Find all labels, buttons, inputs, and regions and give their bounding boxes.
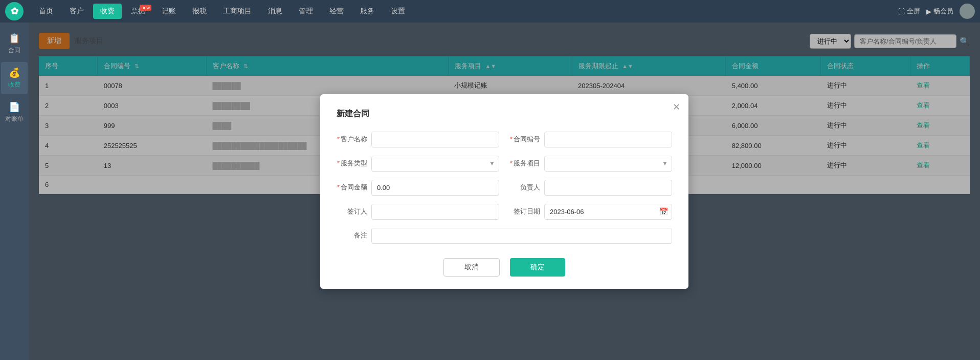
nav-operation[interactable]: 经营 — [322, 4, 351, 19]
date-input-wrapper: 📅 — [544, 204, 672, 220]
form-row-signer: 签订人 — [337, 204, 499, 220]
person-in-charge-label: 负责人 — [509, 183, 540, 192]
sidebar-item-label-statement: 对账单 — [5, 115, 24, 123]
amount-label: *合同金额 — [337, 183, 367, 192]
amount-input[interactable] — [371, 180, 499, 196]
modal-title: 新建合同 — [337, 109, 672, 119]
nav-fee[interactable]: 收费 — [93, 4, 122, 19]
nav-tax[interactable]: 报税 — [185, 4, 214, 19]
form-row-person: 负责人 — [509, 180, 672, 196]
sidebar-item-label-contract: 合同 — [8, 46, 20, 55]
nav-home[interactable]: 首页 — [32, 4, 60, 19]
nav-message[interactable]: 消息 — [261, 4, 289, 19]
sidebar-item-statement[interactable]: 📄 对账单 — [1, 96, 28, 129]
cancel-button[interactable]: 取消 — [443, 258, 500, 277]
remark-label: 备注 — [337, 231, 367, 240]
remark-input[interactable] — [371, 228, 672, 244]
nav-accounting[interactable]: 记账 — [154, 4, 183, 19]
sidebar: 📋 合同 💰 收费 📄 对账单 — [0, 23, 29, 360]
signer-label: 签订人 — [337, 207, 367, 216]
service-type-label: *服务类型 — [337, 159, 367, 168]
nav-manage[interactable]: 管理 — [292, 4, 320, 19]
fullscreen-button[interactable]: ⛶ 全屏 — [898, 7, 920, 16]
nav-items: 首页 客户 收费 票据 new 记账 报税 工商项目 消息 管理 经营 服务 设… — [32, 4, 898, 19]
play-icon: ▶ — [926, 8, 931, 15]
modal-close-button[interactable]: ✕ — [673, 101, 680, 113]
service-item-label: *服务项目 — [509, 159, 540, 168]
form-row-service-type: *服务类型 ▼ — [337, 156, 499, 172]
form-row-amount: *合同金额 — [337, 180, 499, 196]
form-row-sign-date: 签订日期 📅 — [509, 204, 672, 220]
nav-business[interactable]: 工商项目 — [216, 4, 259, 19]
customer-name-label: *客户名称 — [337, 135, 367, 144]
service-item-select-wrapper: ▼ — [544, 156, 672, 172]
nav-settings[interactable]: 设置 — [384, 4, 412, 19]
service-item-select[interactable] — [544, 156, 672, 172]
avatar[interactable] — [960, 4, 975, 19]
nav-service[interactable]: 服务 — [353, 4, 382, 19]
sidebar-item-label-fee: 收费 — [8, 80, 20, 89]
sidebar-item-fee[interactable]: 💰 收费 — [1, 62, 28, 94]
sign-date-input[interactable] — [544, 204, 672, 220]
new-badge: new — [140, 5, 151, 11]
fullscreen-icon: ⛶ — [898, 8, 905, 15]
sidebar-item-contract[interactable]: 📋 合同 — [1, 28, 28, 60]
nav-customer[interactable]: 客户 — [62, 4, 91, 19]
form-row-customer: *客户名称 — [337, 132, 499, 147]
modal-footer: 取消 确定 — [337, 258, 672, 277]
main-content: 新增 服务项目 进行中 全部 已完成 未开始 🔍 序号 合同编号 ⇅ 客户名称 … — [29, 23, 980, 360]
logo-icon: ✿ — [11, 6, 18, 17]
contract-no-label: *合同编号 — [509, 135, 540, 144]
nav-right: ⛶ 全屏 ▶ 畅会员 — [898, 4, 975, 19]
contract-icon: 📋 — [9, 33, 20, 44]
service-type-select[interactable] — [371, 156, 499, 172]
person-in-charge-input[interactable] — [544, 180, 672, 196]
modal-overlay: ✕ 新建合同 *客户名称 *合同编号 — [29, 23, 980, 360]
service-type-select-wrapper: ▼ — [371, 156, 499, 172]
statement-icon: 📄 — [9, 101, 20, 113]
form-row-contract-no: *合同编号 — [509, 132, 672, 147]
app-logo[interactable]: ✿ — [5, 2, 24, 20]
customer-name-input[interactable] — [371, 132, 499, 147]
nav-ticket[interactable]: 票据 new — [124, 4, 152, 19]
fee-icon: 💰 — [9, 67, 20, 78]
top-navigation: ✿ 首页 客户 收费 票据 new 记账 报税 工商项目 消息 管理 经营 服务… — [0, 0, 980, 23]
form-row-service-item: *服务项目 ▼ — [509, 156, 672, 172]
new-contract-modal: ✕ 新建合同 *客户名称 *合同编号 — [320, 94, 688, 289]
signer-input[interactable] — [371, 204, 499, 220]
form-grid: *客户名称 *合同编号 *服务类型 — [337, 132, 672, 244]
member-button[interactable]: ▶ 畅会员 — [926, 7, 953, 16]
sign-date-label: 签订日期 — [509, 207, 540, 216]
form-row-remark: 备注 — [337, 228, 672, 244]
contract-no-input[interactable] — [544, 132, 672, 147]
confirm-button[interactable]: 确定 — [510, 258, 565, 277]
layout: 📋 合同 💰 收费 📄 对账单 新增 服务项目 进行中 全部 已完成 未开始 — [0, 23, 980, 360]
